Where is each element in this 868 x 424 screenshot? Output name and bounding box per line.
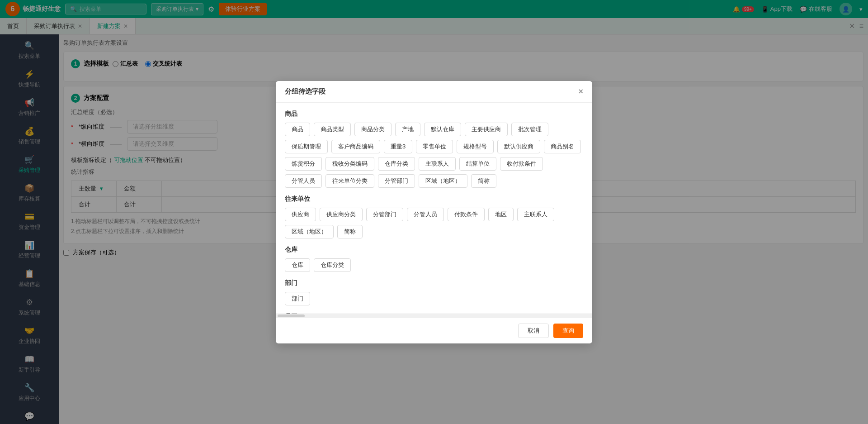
section-partner-tags: 供应商 供应商分类 分管部门 分管人员 付款条件 地区 主联系人 区域（地区） … [285,208,583,238]
section-product-title: 商品 [285,110,583,118]
tag-product-15[interactable]: 税收分类编码 [326,157,374,171]
tag-product-6[interactable]: 批次管理 [511,123,548,136]
tag-product-19[interactable]: 收付款条件 [500,157,543,171]
section-department-title: 部门 [285,279,583,287]
tag-product-1[interactable]: 商品类型 [314,123,351,136]
tag-warehouse-1[interactable]: 仓库分类 [314,258,351,272]
modal-hscroll-thumb[interactable] [278,314,305,317]
tag-product-7[interactable]: 保质期管理 [285,140,328,153]
tag-warehouse-0[interactable]: 仓库 [285,258,310,272]
tag-product-12[interactable]: 默认供应商 [497,140,540,153]
tag-product-18[interactable]: 结算单位 [459,157,496,171]
section-product: 商品 商品 商品类型 商品分类 产地 默认仓库 主要供应商 批次管理 保质期管理… [285,110,583,188]
confirm-button[interactable]: 查询 [553,324,583,338]
modal-header: 分组待选字段 × [276,81,592,103]
tag-partner-8[interactable]: 简称 [337,225,363,238]
section-partner: 往来单位 供应商 供应商分类 分管部门 分管人员 付款条件 地区 主联系人 区域… [285,195,583,238]
tag-product-9[interactable]: 重量3 [384,140,412,153]
section-department: 部门 部门 [285,279,583,305]
tag-partner-3[interactable]: 分管人员 [407,208,444,221]
tag-product-22[interactable]: 分管部门 [378,174,415,188]
section-warehouse-title: 仓库 [285,246,583,254]
section-warehouse-tags: 仓库 仓库分类 [285,258,583,272]
modal-close-button[interactable]: × [578,87,583,95]
tag-product-23[interactable]: 区域（地区） [419,174,467,188]
tag-product-5[interactable]: 主要供应商 [465,123,508,136]
tag-product-8[interactable]: 客户商品编码 [331,140,380,153]
tag-partner-6[interactable]: 主联系人 [517,208,554,221]
tag-product-2[interactable]: 商品分类 [354,123,392,136]
tag-partner-2[interactable]: 分管部门 [366,208,403,221]
tag-partner-4[interactable]: 付款条件 [448,208,485,221]
tag-partner-1[interactable]: 供应商分类 [320,208,363,221]
tag-product-24[interactable]: 简称 [471,174,496,188]
tag-partner-0[interactable]: 供应商 [285,208,316,221]
tag-partner-7[interactable]: 区域（地区） [285,225,334,238]
tag-product-0[interactable]: 商品 [285,123,310,136]
modal-title: 分组待选字段 [285,87,326,96]
tag-product-16[interactable]: 仓库分类 [378,157,415,171]
tag-product-4[interactable]: 默认仓库 [424,123,461,136]
tag-partner-5[interactable]: 地区 [488,208,514,221]
section-product-tags: 商品 商品类型 商品分类 产地 默认仓库 主要供应商 批次管理 保质期管理 客户… [285,123,583,188]
cancel-button[interactable]: 取消 [518,324,549,338]
tag-product-13[interactable]: 商品别名 [544,140,581,153]
tag-product-14[interactable]: 炼货积分 [285,157,322,171]
section-department-tags: 部门 [285,292,583,305]
modal-horizontal-scrollbar[interactable] [276,314,592,318]
section-warehouse: 仓库 仓库 仓库分类 [285,246,583,272]
modal-footer: 取消 查询 [276,318,592,343]
tag-product-11[interactable]: 规格型号 [457,140,494,153]
modal-body: 商品 商品 商品类型 商品分类 产地 默认仓库 主要供应商 批次管理 保质期管理… [276,103,592,314]
tag-product-10[interactable]: 零售单位 [416,140,453,153]
section-partner-title: 往来单位 [285,195,583,203]
tag-product-20[interactable]: 分管人员 [285,174,322,188]
tag-product-3[interactable]: 产地 [395,123,420,136]
tag-product-17[interactable]: 主联系人 [419,157,456,171]
field-selection-modal: 分组待选字段 × 商品 商品 商品类型 商品分类 产地 默认仓库 主要供应商 批… [276,81,592,343]
tag-product-21[interactable]: 往来单位分类 [326,174,374,188]
tag-department-0[interactable]: 部门 [285,292,310,305]
